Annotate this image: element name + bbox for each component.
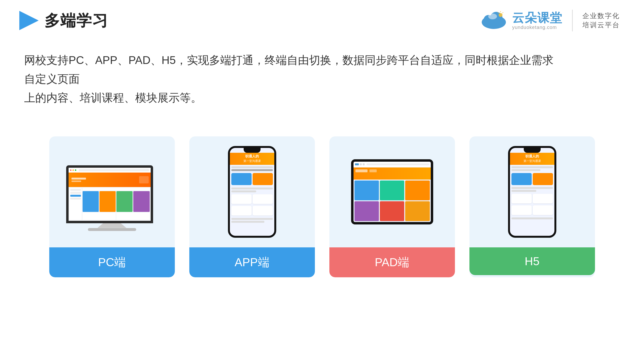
h5-phone-device: 职通人的 第一堂沟通课 xyxy=(508,146,556,238)
svg-point-5 xyxy=(499,13,502,17)
pc-label: PC端 xyxy=(49,247,175,277)
cloud-logo-icon xyxy=(479,10,508,31)
logo-tagline: 企业数字化 培训云平台 xyxy=(582,11,620,30)
svg-point-4 xyxy=(488,13,497,19)
description-line1: 网校支持PC、APP、PAD、H5，实现多端打通，终端自由切换，数据同步跨平台自… xyxy=(24,51,556,88)
description-line2: 上的内容、培训课程、模块展示等。 xyxy=(24,88,556,107)
page-header: 多端学习 云朵课堂 yunduoketang.com 企业数字化 培训云平台 xyxy=(0,0,644,31)
description-block: 网校支持PC、APP、PAD、H5，实现多端打通，终端自由切换，数据同步跨平台自… xyxy=(0,31,580,107)
tagline-line2: 培训云平台 xyxy=(582,20,620,30)
play-icon xyxy=(19,11,39,30)
monitor-screen xyxy=(66,165,153,223)
logo-divider xyxy=(572,10,573,31)
h5-image-area: 职通人的 第一堂沟通课 xyxy=(470,136,595,238)
pad-tablet-device xyxy=(351,159,433,224)
tagline-line1: 企业数字化 xyxy=(582,11,620,20)
svg-marker-0 xyxy=(19,11,39,30)
device-cards-container: PC端 职通人的 第一堂沟通课 xyxy=(0,107,644,277)
h5-card: 职通人的 第一堂沟通课 xyxy=(470,136,595,277)
pad-label: PAD端 xyxy=(329,247,455,277)
pad-card: PAD端 xyxy=(329,136,455,277)
app-phone-device: 职通人的 第一堂沟通课 xyxy=(228,146,276,238)
monitor-device xyxy=(66,165,158,238)
pc-card: PC端 xyxy=(49,136,175,277)
pad-image-area xyxy=(329,136,455,238)
page-title: 多端学习 xyxy=(44,10,108,31)
header-left: 多端学习 xyxy=(19,10,108,31)
app-card: 职通人的 第一堂沟通课 xyxy=(189,136,315,277)
pc-image-area xyxy=(49,136,175,238)
logo-url: yunduoketang.com xyxy=(512,25,557,30)
app-image-area: 职通人的 第一堂沟通课 xyxy=(189,136,315,238)
logo-area: 云朵课堂 yunduoketang.com 企业数字化 培训云平台 xyxy=(479,10,620,31)
svg-line-7 xyxy=(502,12,503,13)
h5-label: H5 xyxy=(470,247,595,275)
app-label: APP端 xyxy=(189,247,315,277)
logo-name: 云朵课堂 xyxy=(512,11,562,25)
